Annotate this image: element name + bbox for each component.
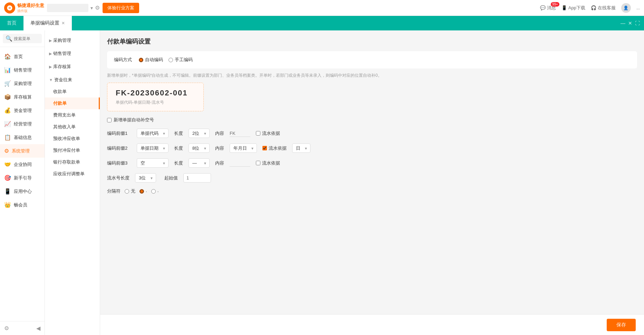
prefix2-content-select[interactable]: 年 年月 年月日 (230, 143, 257, 153)
sidebar-item-basic[interactable]: 📋 基础信息 (0, 131, 45, 144)
sidebar-label-apps: 应用中心 (14, 188, 32, 195)
auto-fill-checkbox[interactable] (107, 118, 112, 122)
message-button[interactable]: 💬 消息 99+ (540, 5, 556, 11)
auto-fill-row: 新增单据自动补空号 (107, 117, 637, 123)
prefix2-length-select[interactable]: 2位 4位 6位 8位 (189, 143, 210, 153)
member-icon: 👑 (4, 202, 11, 208)
manual-encoding-option[interactable]: 手工编码 (169, 57, 193, 63)
sub-nav-item-income[interactable]: 其他收入单 (45, 121, 100, 133)
user-avatar[interactable]: 👤 (621, 3, 631, 13)
prefix3-select[interactable]: 单据代码 单据日期 空 (137, 158, 169, 168)
tab-encoding-settings[interactable]: 单据编码设置 ✕ (23, 16, 72, 30)
sidebar-item-business[interactable]: 📈 经营管理 (0, 117, 45, 131)
prefix2-select-wrapper[interactable]: 单据代码 单据日期 空 (137, 143, 169, 153)
separator-dot-option[interactable]: · (140, 189, 147, 194)
prefix3-length-label: 长度 (174, 160, 183, 166)
serial-length-select[interactable]: 2位 3位 4位 5位 (135, 173, 156, 183)
auto-encoding-radio[interactable] (139, 58, 143, 62)
prefix1-length-wrapper[interactable]: 2位 4位 6位 (189, 129, 210, 138)
sidebar-label-enterprise: 企业协同 (14, 161, 32, 168)
separator-dot2-option[interactable]: · (151, 189, 159, 194)
manual-encoding-radio[interactable] (169, 58, 173, 62)
sidebar-item-guide[interactable]: 🎯 新手引导 (0, 171, 45, 185)
inventory-icon: 📦 (4, 94, 11, 100)
sub-nav-item-adjust[interactable]: 应收应付调整单 (45, 168, 100, 180)
separator-none-radio[interactable] (125, 189, 129, 194)
prefix3-select-wrapper[interactable]: 单据代码 单据日期 空 (137, 158, 169, 168)
sidebar-collapse-icon[interactable]: ◀ (36, 325, 40, 332)
prefix2-length-wrapper[interactable]: 2位 4位 6位 8位 (189, 143, 210, 153)
sub-nav-group-inventory: ▶ 库存核算 (45, 61, 100, 73)
prefix3-content-input[interactable] (230, 160, 250, 167)
prefix2-content-wrapper[interactable]: 年 年月 年月日 (230, 143, 257, 153)
separator-none-option[interactable]: 无 (125, 188, 135, 194)
sidebar-item-inventory[interactable]: 📦 库存核算 (0, 90, 45, 104)
sidebar-item-system[interactable]: ⚙ 系统管理 (0, 144, 45, 158)
sub-nav-inventory-title[interactable]: ▶ 库存核算 (45, 61, 100, 73)
prefix2-stream-check[interactable]: 流水依据 (262, 145, 287, 151)
prefix2-stream-checkbox[interactable] (262, 146, 267, 150)
prefix1-content-input[interactable] (230, 130, 250, 137)
sub-nav-item-prepay-payable[interactable]: 预付冲应付单 (45, 145, 100, 156)
sidebar-item-home[interactable]: 🏠 首页 (0, 50, 45, 63)
online-service-button[interactable]: 🎧 在线客服 (591, 5, 616, 11)
sub-nav-item-expense[interactable]: 费用支出单 (45, 109, 100, 121)
sub-nav-item-payment[interactable]: 付款单 (45, 97, 100, 109)
sub-nav-group-sales: ▶ 销售管理 (45, 48, 100, 59)
prefix1-select-wrapper[interactable]: 单据代码 单据日期 空 (137, 129, 169, 138)
serial-start-input[interactable] (183, 173, 211, 183)
sidebar-item-purchase[interactable]: 🛒 采购管理 (0, 77, 45, 90)
sub-nav-item-receipt[interactable]: 收款单 (45, 86, 100, 97)
sidebar-item-enterprise[interactable]: 🤝 企业协同 (0, 158, 45, 171)
sidebar-label-system: 系统管理 (12, 148, 30, 154)
prefix3-stream-checkbox[interactable] (256, 161, 260, 165)
prefix3-content-label: 内容 (215, 160, 224, 166)
separator-label: 分隔符 (107, 188, 121, 194)
page-title: 付款单编码设置 (107, 37, 637, 46)
sub-nav-capital-title[interactable]: ▼ 资金往来 (45, 74, 100, 86)
tab-close-icon[interactable]: ✕ (61, 21, 65, 26)
app-download-button[interactable]: 📱 App下载 (561, 5, 585, 11)
sidebar-item-finance[interactable]: 💰 资金管理 (0, 104, 45, 117)
business-icon: 📈 (4, 121, 11, 127)
separator-dot2-radio[interactable] (151, 189, 156, 194)
sidebar-item-sales[interactable]: 📊 销售管理 (0, 63, 45, 77)
prefix2-period-wrapper[interactable]: 年 月 日 (292, 143, 310, 153)
sidebar-item-member[interactable]: 👑 畅会员 (0, 198, 45, 212)
sub-nav-item-bank[interactable]: 银行存取款单 (45, 156, 100, 168)
gear-icon[interactable]: ⚙ (95, 4, 100, 11)
company-selector[interactable] (47, 4, 88, 12)
prefix2-period-select[interactable]: 年 月 日 (292, 143, 310, 153)
separator-dot2-label: · (157, 189, 159, 194)
sub-nav-purchase-title[interactable]: ▶ 采购管理 (45, 35, 100, 46)
tab-home[interactable]: 首页 (0, 16, 23, 30)
trial-button[interactable]: 体验行业方案 (103, 3, 139, 13)
sidebar-label-guide: 新手引导 (14, 175, 32, 181)
search-box[interactable]: 🔍 (3, 34, 42, 43)
sub-nav-group-capital: ▼ 资金往来 收款单 付款单 费用支出单 其他收入单 预收冲应收单 预付冲应付单… (45, 74, 100, 180)
search-input[interactable] (14, 36, 39, 41)
prefix1-stream-checkbox[interactable] (256, 131, 260, 136)
message-badge: 99+ (551, 2, 559, 7)
sub-nav-item-prepay-receivable[interactable]: 预收冲应收单 (45, 133, 100, 145)
prefix3-length-select[interactable]: — 2位 (189, 158, 210, 168)
dropdown-arrow-icon[interactable]: ▾ (90, 5, 93, 11)
sidebar-item-apps[interactable]: 📱 应用中心 (0, 185, 45, 198)
prefix3-length-wrapper[interactable]: — 2位 (189, 158, 210, 168)
separator-dot-radio[interactable] (140, 189, 144, 194)
close-window-icon[interactable]: ✕ (628, 20, 632, 26)
prefix1-stream-check[interactable]: 流水依据 (256, 130, 280, 137)
save-button[interactable]: 保存 (607, 319, 636, 331)
sub-nav-sales-title[interactable]: ▶ 销售管理 (45, 48, 100, 59)
sidebar-settings-icon[interactable]: ⚙ (4, 325, 9, 332)
prefix1-select[interactable]: 单据代码 单据日期 空 (137, 129, 169, 138)
fullscreen-icon[interactable]: ⛶ (635, 20, 640, 26)
sidebar-label-member: 畅会员 (14, 202, 27, 208)
prefix2-length-label: 长度 (174, 145, 183, 151)
prefix1-length-select[interactable]: 2位 4位 6位 (189, 129, 210, 138)
prefix2-select[interactable]: 单据代码 单据日期 空 (137, 143, 169, 153)
auto-encoding-option[interactable]: 自动编码 (139, 57, 163, 63)
minimize-icon[interactable]: — (621, 20, 625, 26)
prefix3-stream-check[interactable]: 流水依据 (256, 160, 280, 166)
serial-length-wrapper[interactable]: 2位 3位 4位 5位 (135, 173, 156, 183)
